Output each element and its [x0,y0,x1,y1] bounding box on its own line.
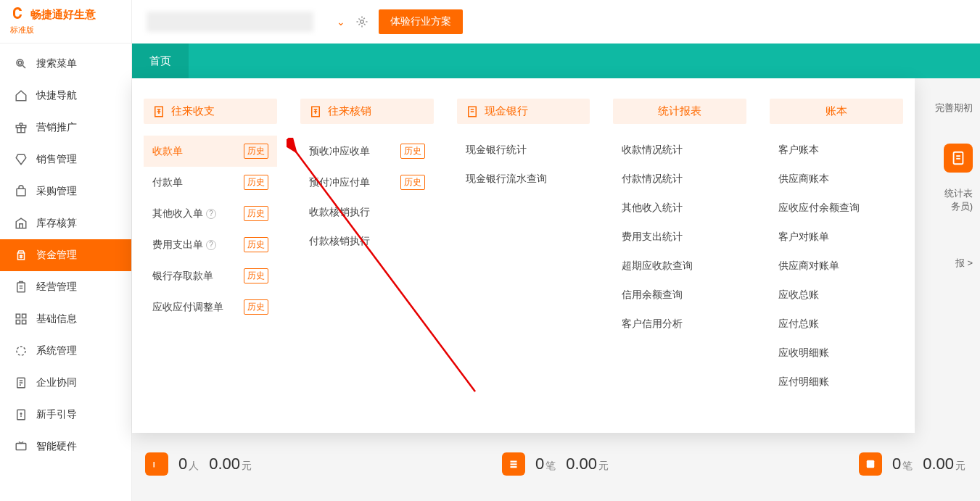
sidebar-item-search[interactable]: 搜索菜单 [0,48,131,80]
menu-item-ar-general[interactable]: 应收总账 [770,281,903,310]
history-tag[interactable]: 历史 [244,268,268,283]
hint-report[interactable]: 报 > [918,257,973,270]
warehouse-icon [15,217,28,230]
search-icon [15,57,28,70]
sidebar-menu: 搜索菜单 快捷导航 营销推广 销售管理 采购管理 库存核算 资金管理 经营管理 … [0,44,131,463]
sidebar-item-sales[interactable]: 销售管理 [0,144,131,175]
tenant-dropdown-caret[interactable]: ⌄ [337,16,345,28]
home-icon [15,89,28,102]
stat-orders-icon-2 [859,452,882,476]
svg-rect-6 [16,314,20,318]
history-tag[interactable]: 历史 [244,206,268,221]
logo-area: 畅捷通好生意 标准版 [0,0,131,44]
history-tag[interactable]: 历史 [400,175,425,190]
gear-icon[interactable] [355,15,368,28]
svg-point-15 [361,20,364,24]
svg-rect-7 [22,314,26,318]
sidebar-item-system[interactable]: 系统管理 [0,335,131,367]
clipboard-icon [15,281,28,294]
sidebar-item-business[interactable]: 经营管理 [0,271,131,303]
doc-icon [15,376,28,389]
stat-card-people: 0人 0.00元 [145,452,252,476]
svg-point-1 [18,61,22,65]
mega-col-cashbank: 现金银行 现金银行统计 现金银行流水查询 [445,99,602,397]
sidebar-item-quicknav[interactable]: 快捷导航 [0,80,131,112]
sidebar-item-inventory[interactable]: 库存核算 [0,207,131,239]
mega-col-reports: 统计报表 收款情况统计 付款情况统计 其他收入统计 费用支出统计 超期应收款查询… [601,99,758,397]
menu-item-prereceipt-offset[interactable]: 预收冲应收单历史 [300,136,434,167]
brand-logo-icon [9,6,26,23]
menu-item-payment-stats[interactable]: 付款情况统计 [613,165,746,194]
tabs-bar: 首页 [132,44,980,78]
sidebar-item-finance[interactable]: 资金管理 [0,239,131,271]
sidebar-item-guide[interactable]: 新手引导 [0,399,131,431]
stat-card-orders: 0笔 0.00元 [502,452,609,476]
menu-item-ap-detail[interactable]: 应付明细账 [770,368,903,397]
col-header-cashbank: 现金银行 [457,99,590,124]
mega-menu-panel: 往来收支 收款单历史 付款单历史 其他收入单?历史 费用支出单?历史 银行存取款… [132,78,915,433]
menu-item-supplier-statement[interactable]: 供应商对账单 [770,252,903,281]
loading-icon [15,344,28,357]
hint-stats: 统计表务员) [918,187,973,213]
cart-icon [15,185,28,198]
col-header-writeoff: 往来核销 [300,99,434,124]
menu-item-customer-ledger[interactable]: 客户账本 [770,136,903,165]
svg-rect-5 [17,283,25,292]
menu-item-cashbank-stats[interactable]: 现金银行统计 [457,136,590,165]
history-tag[interactable]: 历史 [244,175,268,190]
menu-item-overdue-ar[interactable]: 超期应收款查询 [613,252,746,281]
hint-init: 完善期初 [918,102,973,115]
stat-people-icon [145,452,168,476]
menu-item-bank-transfer[interactable]: 银行存取款单历史 [144,260,277,291]
guide-icon [15,408,28,421]
menu-item-expense-stats[interactable]: 费用支出统计 [613,223,746,252]
menu-item-receipt-writeoff[interactable]: 收款核销执行 [300,198,434,227]
sidebar-item-marketing[interactable]: 营销推广 [0,112,131,144]
svg-point-0 [17,59,23,66]
sidebar-item-basicinfo[interactable]: 基础信息 [0,303,131,335]
history-tag[interactable]: 历史 [244,144,268,159]
svg-rect-9 [22,320,26,324]
menu-item-cashbank-flow[interactable]: 现金银行流水查询 [457,165,590,194]
menu-item-credit-balance[interactable]: 信用余额查询 [613,281,746,310]
menu-item-supplier-ledger[interactable]: 供应商账本 [770,165,903,194]
sidebar-item-collab[interactable]: 企业协同 [0,367,131,399]
money-icon [15,249,28,262]
help-icon[interactable]: ? [206,240,216,250]
receipt-icon [152,105,165,118]
tenant-name-blurred [147,12,313,32]
menu-item-receipt[interactable]: 收款单历史 [144,136,277,167]
menu-item-other-income[interactable]: 其他收入单?历史 [144,198,277,229]
menu-item-prepay-offset[interactable]: 预付冲应付单历史 [300,167,434,198]
menu-item-receipt-stats[interactable]: 收款情况统计 [613,136,746,165]
svg-rect-4 [17,189,25,196]
menu-item-ar-detail[interactable]: 应收明细账 [770,339,903,368]
brand-name: 畅捷通好生意 [30,8,96,22]
menu-item-other-income-stats[interactable]: 其他收入统计 [613,194,746,223]
sidebar: 畅捷通好生意 标准版 搜索菜单 快捷导航 营销推广 销售管理 采购管理 库存核算… [0,0,132,501]
menu-item-ar-ap-balance[interactable]: 应收应付余额查询 [770,194,903,223]
menu-item-ap-general[interactable]: 应付总账 [770,310,903,339]
gift-icon [15,121,28,134]
history-tag[interactable]: 历史 [244,299,268,315]
menu-item-payment[interactable]: 付款单历史 [144,167,277,198]
receipt-icon [466,105,479,118]
menu-item-expense[interactable]: 费用支出单?历史 [144,229,277,260]
right-hints: 完善期初 统计表务员) 报 > [918,102,980,284]
menu-item-ar-ap-adjust[interactable]: 应收应付调整单历史 [144,291,277,323]
tab-home[interactable]: 首页 [132,44,189,78]
sidebar-item-purchase[interactable]: 采购管理 [0,175,131,207]
sidebar-item-hardware[interactable]: 智能硬件 [0,431,131,463]
menu-item-customer-statement[interactable]: 客户对账单 [770,223,903,252]
cta-industry-button[interactable]: 体验行业方案 [379,9,463,34]
history-tag[interactable]: 历史 [400,144,425,159]
menu-item-customer-credit[interactable]: 客户信用分析 [613,310,746,339]
history-tag[interactable]: 历史 [244,237,268,252]
report-badge-icon[interactable] [944,144,973,173]
col-header-transactions: 往来收支 [144,99,277,124]
menu-item-payment-writeoff[interactable]: 付款核销执行 [300,227,434,256]
mega-col-writeoff: 往来核销 预收冲应收单历史 预付冲应付单历史 收款核销执行 付款核销执行 [289,99,445,397]
help-icon[interactable]: ? [206,209,216,219]
top-bar: ⌄ 体验行业方案 [132,0,980,44]
bottom-stats: 0人 0.00元 0笔 0.00元 0笔 0.00元 [145,452,965,476]
